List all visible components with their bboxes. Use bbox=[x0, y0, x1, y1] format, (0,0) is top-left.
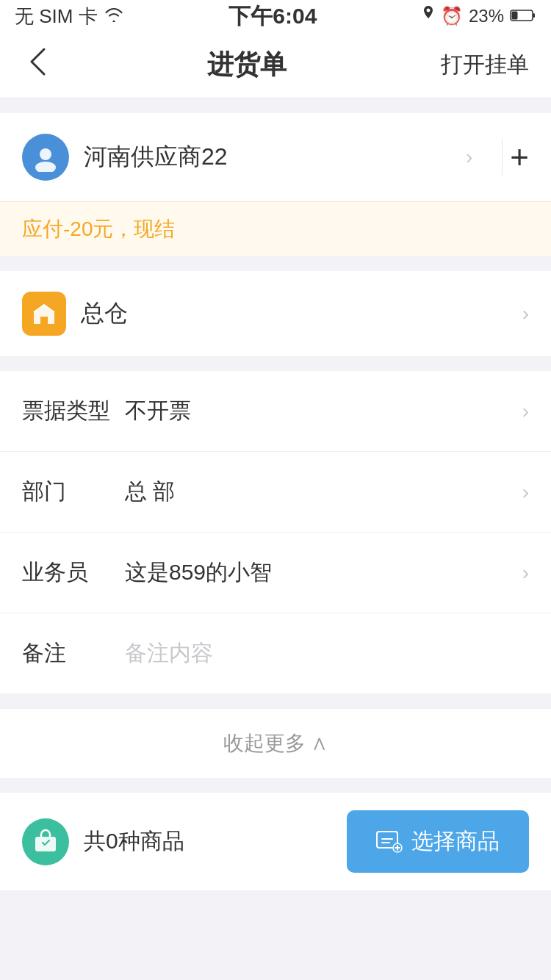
svg-point-3 bbox=[40, 148, 51, 160]
department-value: 总 部 bbox=[110, 477, 522, 507]
alarm-icon: ⏰ bbox=[441, 6, 463, 26]
staff-value: 这是859的小智 bbox=[110, 558, 522, 588]
staff-row[interactable]: 业务员 这是859的小智 › bbox=[0, 533, 551, 613]
notice-text: 应付-20元，现结 bbox=[22, 217, 175, 240]
svg-point-4 bbox=[35, 162, 56, 172]
supplier-section: 河南供应商22 › + 应付-20元，现结 bbox=[0, 113, 551, 256]
svg-rect-5 bbox=[40, 317, 48, 324]
invoice-label: 票据类型 bbox=[22, 396, 110, 426]
staff-arrow-icon: › bbox=[522, 561, 529, 585]
supplier-avatar bbox=[22, 134, 69, 181]
supplier-row[interactable]: 河南供应商22 › + bbox=[0, 113, 551, 201]
bottom-bar: 共0种商品 选择商品 bbox=[0, 793, 551, 890]
product-count: 共0种商品 bbox=[84, 826, 347, 857]
location-icon bbox=[422, 6, 435, 26]
section-gap-1 bbox=[0, 98, 551, 113]
add-supplier-button[interactable]: + bbox=[510, 141, 529, 173]
invoice-arrow-icon: › bbox=[522, 400, 529, 423]
department-label: 部门 bbox=[22, 477, 110, 507]
warehouse-row[interactable]: 总仓 › bbox=[0, 271, 551, 356]
select-product-label: 选择商品 bbox=[411, 826, 500, 857]
carrier-text: 无 SIM 卡 bbox=[15, 4, 98, 29]
wifi-icon bbox=[104, 5, 124, 28]
form-section: 票据类型 不开票 › 部门 总 部 › 业务员 这是859的小智 › 备注 备注… bbox=[0, 371, 551, 693]
status-bar: 无 SIM 卡 下午6:04 ⏰ 23% bbox=[0, 0, 551, 32]
warehouse-name: 总仓 bbox=[81, 298, 522, 330]
invoice-value: 不开票 bbox=[110, 396, 522, 426]
open-pending-button[interactable]: 打开挂单 bbox=[441, 50, 529, 80]
warehouse-arrow-icon: › bbox=[522, 302, 529, 325]
remark-row[interactable]: 备注 备注内容 bbox=[0, 613, 551, 693]
status-right: ⏰ 23% bbox=[422, 6, 536, 26]
back-button[interactable] bbox=[22, 40, 53, 90]
collapse-label: 收起更多 ∧ bbox=[223, 732, 328, 754]
supplier-name: 河南供应商22 bbox=[84, 141, 466, 173]
svg-rect-1 bbox=[511, 12, 517, 20]
battery-icon bbox=[510, 6, 536, 26]
select-product-button[interactable]: 选择商品 bbox=[347, 810, 529, 873]
notice-bar: 应付-20元，现结 bbox=[0, 201, 551, 256]
warehouse-section: 总仓 › bbox=[0, 271, 551, 356]
department-arrow-icon: › bbox=[522, 480, 529, 504]
status-left: 无 SIM 卡 bbox=[15, 4, 124, 29]
remark-label: 备注 bbox=[22, 638, 110, 669]
nav-bar: 进货单 打开挂单 bbox=[0, 32, 551, 98]
page-title: 进货单 bbox=[207, 47, 287, 83]
battery-text: 23% bbox=[469, 6, 504, 26]
collapse-row[interactable]: 收起更多 ∧ bbox=[0, 708, 551, 778]
invoice-row[interactable]: 票据类型 不开票 › bbox=[0, 371, 551, 452]
warehouse-icon bbox=[22, 292, 66, 336]
divider bbox=[502, 139, 503, 176]
staff-label: 业务员 bbox=[22, 558, 110, 588]
svg-rect-2 bbox=[533, 13, 535, 18]
section-gap-2 bbox=[0, 256, 551, 271]
remark-input[interactable]: 备注内容 bbox=[110, 638, 529, 669]
product-icon bbox=[22, 818, 69, 865]
status-time: 下午6:04 bbox=[228, 1, 317, 32]
department-row[interactable]: 部门 总 部 › bbox=[0, 452, 551, 533]
supplier-arrow-icon: › bbox=[466, 145, 472, 169]
